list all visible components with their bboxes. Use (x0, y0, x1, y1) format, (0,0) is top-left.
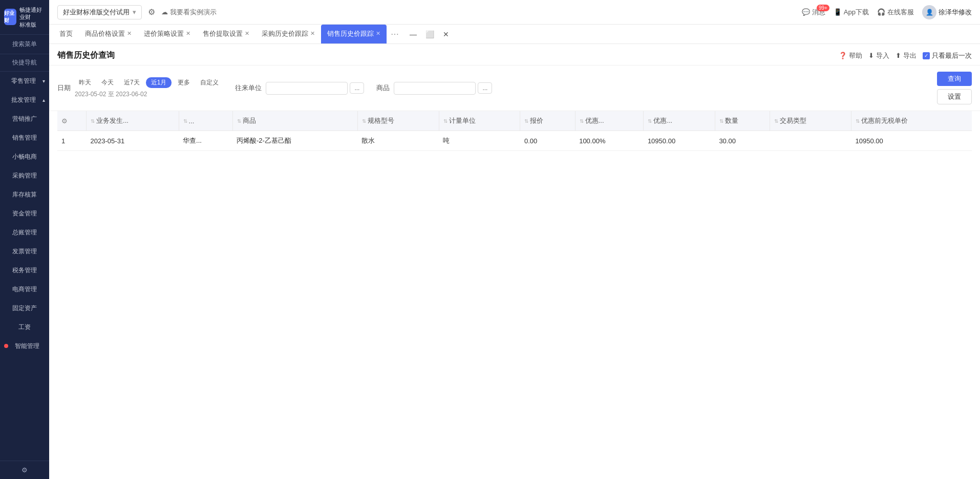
sidebar-item-tax[interactable]: 税务管理 (0, 261, 49, 280)
import-button[interactable]: ⬇ 导入 (868, 51, 889, 60)
window-maximize-button[interactable]: ⬜ (423, 28, 436, 40)
source-unit-ellipsis-button[interactable]: ... (350, 82, 364, 94)
sidebar-item-invoice[interactable]: 发票管理 (0, 242, 49, 261)
th-discount1: ⇅ 优惠... (575, 111, 644, 131)
query-action-buttons: 查询 设置 (937, 72, 972, 104)
settings-icon[interactable]: ⚙ (148, 7, 155, 17)
sidebar-item-capital[interactable]: 资金管理 (0, 204, 49, 223)
tab-sales-history[interactable]: 销售历史价跟踪 ✕ (321, 25, 387, 44)
sidebar-quick-nav[interactable]: 快捷导航 (0, 54, 49, 72)
help-button[interactable]: ❓ 帮助 (839, 51, 862, 60)
sidebar-item-purchase[interactable]: 采购管理 (0, 166, 49, 185)
window-close-button[interactable]: ✕ (440, 28, 452, 40)
sort-icon[interactable]: ⇅ (719, 118, 723, 124)
close-icon[interactable]: ✕ (376, 30, 380, 37)
sort-icon[interactable]: ⇅ (856, 118, 860, 124)
export-icon: ⬆ (896, 52, 901, 59)
tab-bar: 首页 商品价格设置 ✕ 进价策略设置 ✕ 售价提取设置 ✕ 采购历史价跟踪 ✕ … (49, 25, 980, 44)
tab-purchase-strategy[interactable]: 进价策略设置 ✕ (138, 25, 197, 44)
date-range-display: 2023-05-02 至 2023-06-02 (75, 90, 223, 99)
product-input[interactable] (394, 82, 476, 95)
cell-extra: 华查... (179, 131, 232, 151)
date-last7[interactable]: 近7天 (120, 77, 144, 88)
sidebar-item-assets[interactable]: 固定资产 (0, 299, 49, 318)
sidebar-item-ecom[interactable]: 电商管理 (0, 280, 49, 299)
sort-icon[interactable]: ⇅ (648, 118, 652, 124)
online-service-button[interactable]: 🎧 在线客服 (877, 8, 914, 17)
th-unit: ⇅ 计量单位 (439, 111, 520, 131)
help-icon: ❓ (839, 52, 847, 59)
th-biz-date: ⇅ 业务发生... (87, 111, 179, 131)
source-unit-label: 往来单位 (235, 83, 262, 93)
export-button[interactable]: ⬆ 导出 (896, 51, 917, 60)
version-selector[interactable]: 好业财标准版交付试用 ▾ (57, 5, 142, 19)
query-button[interactable]: 查询 (937, 72, 972, 86)
page-title: 销售历史价查询 (57, 50, 115, 61)
sidebar-item-marketing[interactable]: 营销推广 (0, 110, 49, 128)
logo-text: 畅捷通好业财 标准版 (19, 6, 45, 28)
message-badge: 99+ (817, 5, 829, 11)
tab-purchase-history[interactable]: 采购历史价跟踪 ✕ (255, 25, 321, 44)
only-last-checkbox[interactable]: ✓ 只看最后一次 (923, 51, 972, 60)
tab-sale-price[interactable]: 售价提取设置 ✕ (197, 25, 255, 44)
message-button[interactable]: 💬 消息 99+ (802, 8, 825, 17)
sort-icon[interactable]: ⇅ (237, 118, 241, 124)
cell-trade-type (770, 131, 851, 151)
tab-home[interactable]: 首页 (53, 25, 79, 44)
sidebar-item-inventory[interactable]: 库存核算 (0, 185, 49, 204)
sort-icon[interactable]: ⇅ (774, 118, 778, 124)
sort-icon[interactable]: ⇅ (580, 118, 584, 124)
sidebar-item-salary[interactable]: 工资 (0, 318, 49, 337)
th-spec: ⇅ 规格型号 (357, 111, 439, 131)
dot-indicator (4, 344, 8, 348)
source-unit-input[interactable] (266, 82, 348, 95)
th-quantity: ⇅ 数量 (715, 111, 770, 131)
close-icon[interactable]: ✕ (127, 30, 132, 37)
gear-icon[interactable]: ⚙ (61, 117, 68, 125)
date-last1month[interactable]: 近1月 (146, 77, 172, 88)
window-minimize-button[interactable]: — (407, 28, 419, 40)
th-pretax-price: ⇅ 优惠前无税单价 (851, 111, 972, 131)
demo-link[interactable]: ☁ 我要看实例演示 (161, 8, 217, 17)
sidebar-item-smart[interactable]: 智能管理 (0, 337, 49, 356)
product-input-wrap: ... (394, 82, 492, 95)
user-info[interactable]: 👤 徐泽华修改 (922, 5, 972, 19)
sidebar-item-sales[interactable]: 销售管理 (0, 128, 49, 147)
date-yesterday[interactable]: 昨天 (75, 77, 95, 88)
filter-area: 日期 昨天 今天 近7天 近1月 更多 自定义 2023-05-02 至 202… (49, 66, 980, 111)
close-icon[interactable]: ✕ (186, 30, 190, 37)
window-controls: — ⬜ ✕ (407, 28, 452, 40)
product-ellipsis-button[interactable]: ... (478, 82, 492, 94)
settings-button[interactable]: 设置 (937, 89, 972, 104)
sidebar-settings-button[interactable]: ⚙ (0, 461, 49, 479)
date-today[interactable]: 今天 (97, 77, 118, 88)
sort-icon[interactable]: ⇅ (362, 118, 366, 124)
source-unit-input-wrap: ... (266, 82, 364, 95)
sort-icon[interactable]: ⇅ (183, 118, 187, 124)
close-icon[interactable]: ✕ (245, 30, 249, 37)
tab-product-price[interactable]: 商品价格设置 ✕ (79, 25, 138, 44)
sort-icon[interactable]: ⇅ (91, 118, 95, 124)
sidebar-item-ledger[interactable]: 总账管理 (0, 223, 49, 242)
sidebar-search[interactable]: 搜索菜单 (0, 35, 49, 54)
sidebar: 好业财 畅捷通好业财 标准版 搜索菜单 快捷导航 零售管理 ▾ 批发管理 ▴ 营… (0, 0, 49, 479)
app-download-button[interactable]: 📱 App下载 (834, 8, 869, 17)
sort-icon[interactable]: ⇅ (524, 118, 528, 124)
close-icon[interactable]: ✕ (310, 30, 315, 37)
table-row[interactable]: 1 2023-05-31 华查... 丙烯酸-2-乙基己酯 散水 吨 0.00 … (57, 131, 972, 151)
sidebar-item-ecom-small[interactable]: 小畅电商 (0, 147, 49, 166)
sort-icon[interactable]: ⇅ (443, 118, 448, 124)
date-custom[interactable]: 自定义 (196, 77, 223, 88)
th-settings[interactable]: ⚙ (57, 111, 87, 131)
sidebar-item-wholesale[interactable]: 批发管理 ▴ (0, 91, 49, 110)
date-more[interactable]: 更多 (174, 77, 194, 88)
service-icon: 🎧 (877, 8, 885, 16)
main-area: 好业财标准版交付试用 ▾ ⚙ ☁ 我要看实例演示 💬 消息 99+ 📱 App下… (49, 0, 980, 479)
avatar: 👤 (922, 5, 936, 19)
tab-expand-button[interactable]: ⋯ (387, 29, 403, 39)
page-header: 销售历史价查询 ❓ 帮助 ⬇ 导入 ⬆ 导出 ✓ 只看最后一次 (49, 44, 980, 66)
th-price: ⇅ 报价 (520, 111, 575, 131)
cell-pretax-price: 10950.00 (851, 131, 972, 151)
sidebar-item-retail[interactable]: 零售管理 ▾ (0, 72, 49, 91)
header-right: 💬 消息 99+ 📱 App下载 🎧 在线客服 👤 徐泽华修改 (802, 5, 972, 19)
